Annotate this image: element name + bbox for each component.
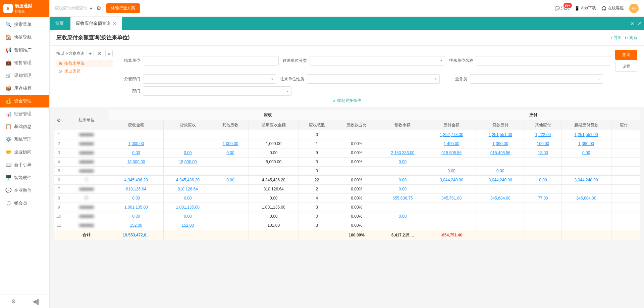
ar_other-cell[interactable] <box>212 212 249 221</box>
ap_overdue-cell[interactable] <box>561 203 611 212</box>
ap_overdue-cell[interactable]: 1,251,551.00 <box>561 130 611 139</box>
collapse-sidebar-btn[interactable]: ◀‖ <box>26 298 46 305</box>
ar_amount-cell[interactable] <box>109 167 163 176</box>
sidebar-item-inventory[interactable]: 📦 库存核算 <box>0 82 49 95</box>
ar_amount-cell[interactable]: 18,000.00 <box>109 158 163 167</box>
ap_other-cell[interactable] <box>525 167 561 176</box>
sidebar-item-search[interactable]: 🔍 搜索菜单 <box>0 18 49 31</box>
tab-home[interactable]: 首页 <box>50 17 69 30</box>
sidebar-item-wechat[interactable]: 💬 企业微信 <box>0 184 49 197</box>
ap_overdue-cell[interactable]: 0.00 <box>561 148 611 158</box>
ar_other-cell[interactable]: 0.00 <box>212 148 249 158</box>
ap_loan-cell[interactable] <box>476 158 525 167</box>
ar_loan-cell[interactable]: 152.00 <box>163 221 212 230</box>
sidebar-item-coop[interactable]: 🤝 企业协同 <box>0 146 49 159</box>
ap_amount-cell[interactable]: 1,252,773.00 <box>427 130 476 139</box>
online-service-btn[interactable]: 🎧 在线客服 <box>601 5 624 11</box>
ap_overdue-cell[interactable] <box>561 221 611 230</box>
ar_other-cell[interactable]: 1,000.00 <box>212 139 249 148</box>
ap_amount-cell[interactable]: 915,508.56 <box>427 148 476 158</box>
ar_prepay-cell[interactable]: 0.00 <box>378 185 427 194</box>
ar_amount-cell[interactable]: 1,001,135.00 <box>109 203 163 212</box>
ap_amount-cell[interactable] <box>427 212 476 221</box>
ap_amount-cell[interactable] <box>427 221 476 230</box>
refresh-btn[interactable]: ↻ 刷新 <box>625 35 637 41</box>
scheme-by-partner[interactable]: ⊕ 按往来单位 <box>56 60 113 67</box>
ap_loan-cell[interactable] <box>476 203 525 212</box>
sidebar-item-hardware[interactable]: 🖥️ 智能硬件 <box>0 171 49 184</box>
ap_overdue-cell[interactable]: 1,390.00 <box>561 139 611 148</box>
ar_amount-cell[interactable]: 0.00 <box>109 148 163 158</box>
query-button[interactable]: 查询 <box>615 50 637 60</box>
col-settings-header[interactable]: ⚙ <box>54 110 64 130</box>
ar_loan-cell[interactable]: 18,000.00 <box>163 158 212 167</box>
add-scheme-btn[interactable]: + <box>87 50 94 57</box>
ar_loan-cell[interactable] <box>163 139 212 148</box>
ar_loan-cell[interactable] <box>163 130 212 139</box>
ap_loan-cell[interactable]: 345,684.00 <box>476 194 525 203</box>
tab-close-all-btn[interactable]: ✕ <box>630 20 634 27</box>
sidebar-item-basic[interactable]: 📋 基础信息 <box>0 120 49 133</box>
ar_amount-cell[interactable] <box>109 130 163 139</box>
ar_amount-cell[interactable]: 152.00 <box>109 221 163 230</box>
ap_amount-cell[interactable] <box>427 158 476 167</box>
ap_overdue-cell[interactable] <box>561 167 611 176</box>
collapse-button[interactable]: ∧ 收起更多条件 <box>333 98 361 103</box>
ar_loan-cell[interactable]: 0.00 <box>163 148 212 158</box>
edit-scheme-btn[interactable]: ⊙ <box>96 50 103 57</box>
ar_amount-cell[interactable]: 810,126.64 <box>109 185 163 194</box>
ap_overdue-cell[interactable] <box>561 158 611 167</box>
ar_amount-cell[interactable]: 1,000.00 <box>109 139 163 148</box>
tab-maximize-btn[interactable]: ⤢ <box>637 20 641 27</box>
ap_loan-cell[interactable] <box>476 185 525 194</box>
ap_other-cell[interactable]: 77.00 <box>525 194 561 203</box>
ap_amount-cell[interactable]: 3,044,240.00 <box>427 176 476 185</box>
ar_other-cell[interactable] <box>212 203 249 212</box>
user-profile[interactable]: Rit <box>629 4 639 13</box>
ar_prepay-cell[interactable]: 0.00 <box>378 212 427 221</box>
ap_loan-cell[interactable] <box>476 221 525 230</box>
ar_other-cell[interactable] <box>212 167 249 176</box>
ar_prepay-cell[interactable]: 0.00 <box>378 158 427 167</box>
sidebar-item-operation[interactable]: 📊 经营管理 <box>0 107 49 120</box>
ap_loan-cell[interactable]: 1,251,551.00 <box>476 130 525 139</box>
settings-bottom-btn[interactable]: ⚙ <box>3 298 23 305</box>
scheme-by-salesman[interactable]: ⊙ 按业务员 <box>56 68 113 75</box>
ar_loan-cell[interactable]: 0.00 <box>163 194 212 203</box>
ap_overdue-cell[interactable]: 345,684.00 <box>561 194 611 203</box>
ar_loan-cell[interactable]: 1,001,135.00 <box>163 203 212 212</box>
ap_other-cell[interactable]: 13.00 <box>525 148 561 158</box>
settings-gear-icon[interactable]: ⚙ <box>96 5 101 11</box>
ap_overdue-cell[interactable]: 3,044,240.00 <box>561 176 611 185</box>
ar_loan-cell[interactable] <box>163 167 212 176</box>
ap_amount-cell[interactable]: 0.00 <box>427 167 476 176</box>
ar_amount-cell[interactable]: 0.00 <box>109 212 163 221</box>
tab-ar-ap[interactable]: 应收应付余额查询 ✕ <box>70 17 122 30</box>
ap_other-cell[interactable] <box>525 221 561 230</box>
ap_loan-cell[interactable]: 915,495.56 <box>476 148 525 158</box>
ap_other-cell[interactable] <box>525 185 561 194</box>
breadcrumb-dropdown-btn[interactable]: ▾ <box>90 6 92 11</box>
setting-button[interactable]: 设置 <box>615 62 637 72</box>
table-settings-icon[interactable]: ⚙ <box>57 118 61 123</box>
sidebar-item-member[interactable]: ⬡ 畅会员 <box>0 197 49 210</box>
ar_amount-cell[interactable]: 4,345,436.20 <box>109 176 163 185</box>
partner-category-input[interactable]: ▾ <box>310 56 445 65</box>
ap_amount-cell[interactable] <box>427 203 476 212</box>
ap_overdue-cell[interactable] <box>561 212 611 221</box>
ar_other-cell[interactable] <box>212 185 249 194</box>
ar_prepay-cell[interactable]: 0.00 <box>378 176 427 185</box>
sidebar-item-guide[interactable]: 📖 新手引导 <box>0 159 49 171</box>
sidebar-item-finance[interactable]: 💰 资金管理 <box>0 95 49 107</box>
ar_prepay-cell[interactable]: 2,153,333.00 <box>378 148 427 158</box>
ar_other-cell[interactable] <box>212 158 249 167</box>
ar_other-cell[interactable] <box>212 194 249 203</box>
partner-nature-input[interactable]: ▾ <box>307 74 439 84</box>
ap_loan-cell[interactable] <box>476 212 525 221</box>
export-btn[interactable]: ↑ 导出 <box>610 35 622 41</box>
ar_other-cell[interactable] <box>212 221 249 230</box>
ap_amount-cell[interactable]: 345,761.00 <box>427 194 476 203</box>
sub-dept-input[interactable]: ▾ <box>143 86 291 96</box>
ap_loan-cell[interactable]: 3,044,240.00 <box>476 176 525 185</box>
sidebar-item-system[interactable]: ⚙️ 系统管理 <box>0 133 49 146</box>
